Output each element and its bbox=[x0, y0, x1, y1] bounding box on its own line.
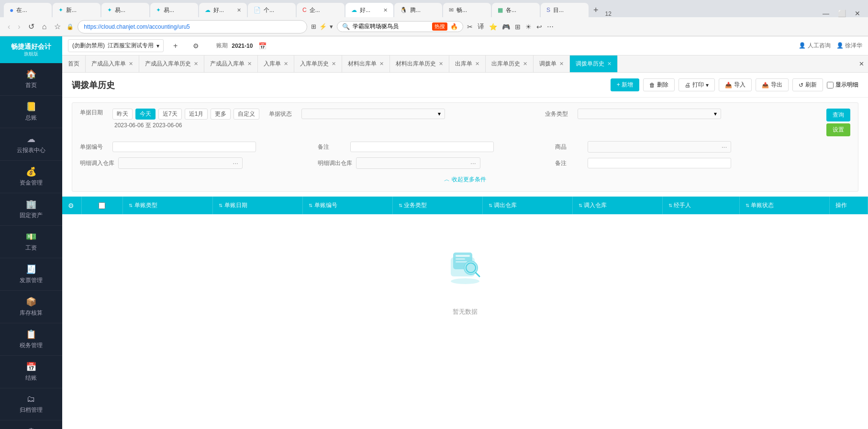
brightness-icon[interactable]: ☀ bbox=[525, 23, 532, 31]
th-in-warehouse[interactable]: ⇅ 调入仓库 bbox=[572, 197, 662, 214]
help-link[interactable]: 👤 人工咨询 bbox=[799, 42, 830, 50]
page-tab-out-order[interactable]: 出库单 ✕ bbox=[449, 55, 486, 73]
page-tab-close[interactable]: ✕ bbox=[194, 61, 198, 67]
goods-more-dots[interactable]: ··· bbox=[722, 143, 727, 151]
sidebar-item-fixed[interactable]: 🏢 固定资产 bbox=[0, 193, 62, 226]
tab-close-5[interactable]: ✕ bbox=[237, 7, 241, 13]
page-tab-close[interactable]: ✕ bbox=[475, 61, 479, 67]
browser-tab-1[interactable]: ● 在... bbox=[4, 3, 52, 17]
date-btn-last7[interactable]: 近7天 bbox=[158, 109, 182, 120]
page-tab-close[interactable]: ✕ bbox=[284, 61, 288, 67]
new-tab-button[interactable]: + bbox=[590, 3, 602, 17]
star-icon[interactable]: ⭐ bbox=[489, 23, 497, 31]
th-checkbox[interactable] bbox=[81, 197, 123, 214]
collapse-button[interactable]: ︿ 收起更多条件 bbox=[80, 174, 850, 186]
business-type-select[interactable]: ▾ bbox=[578, 109, 721, 119]
new-button[interactable]: + 新增 bbox=[611, 78, 639, 91]
date-btn-today[interactable]: 今天 bbox=[135, 109, 156, 120]
page-tab-material-out-history[interactable]: 材料出库单历史 ✕ bbox=[390, 55, 449, 73]
print-button[interactable]: 🖨 打印 ▾ bbox=[679, 78, 715, 91]
page-tab-out-history[interactable]: 出库单历史 ✕ bbox=[486, 55, 534, 73]
date-btn-custom[interactable]: 自定义 bbox=[234, 109, 259, 120]
show-cols-toggle[interactable]: 显示明细 bbox=[827, 81, 858, 89]
sidebar-item-settings[interactable]: ⚙ 基础设置 bbox=[0, 420, 62, 429]
page-tab-close[interactable]: ✕ bbox=[332, 61, 336, 67]
sidebar-item-archive[interactable]: 🗂 归档管理 bbox=[0, 388, 62, 420]
detail-in-dots[interactable]: ··· bbox=[233, 159, 238, 167]
browser-tab-8[interactable]: ☁ 好... ✕ bbox=[345, 3, 393, 17]
page-tab-stock-in[interactable]: 入库单 ✕ bbox=[258, 55, 294, 73]
browser-tab-9[interactable]: 🐧 腾... bbox=[394, 3, 442, 17]
sidebar-item-inventory[interactable]: 📦 库存核算 bbox=[0, 291, 62, 323]
undo-icon[interactable]: ↩ bbox=[536, 23, 542, 31]
filter-settings-button[interactable]: 设置 bbox=[826, 123, 850, 136]
page-tab-transfer[interactable]: 调拨单 ✕ bbox=[534, 55, 570, 73]
minimize-button[interactable]: ― bbox=[819, 10, 833, 17]
th-order-date[interactable]: ⇅ 单账日期 bbox=[213, 197, 303, 214]
th-out-warehouse[interactable]: ⇅ 调出仓库 bbox=[483, 197, 573, 214]
page-tab-close[interactable]: ✕ bbox=[523, 61, 527, 67]
th-handler[interactable]: ⇅ 经手人 bbox=[662, 197, 739, 214]
show-cols-checkbox[interactable] bbox=[827, 82, 834, 88]
detail-remark-input[interactable] bbox=[588, 158, 731, 168]
calendar-icon[interactable]: 📅 bbox=[258, 42, 267, 50]
browser-tab-4[interactable]: ✦ 易... bbox=[150, 3, 198, 17]
page-tab-close[interactable]: ✕ bbox=[247, 61, 252, 67]
close-all-tabs-icon[interactable]: ✕ bbox=[855, 60, 868, 67]
page-tab-product-in[interactable]: 产成品入库单 ✕ bbox=[86, 55, 139, 73]
maximize-button[interactable]: ⬜ bbox=[834, 10, 850, 17]
th-business-type[interactable]: ⇅ 业务类型 bbox=[393, 197, 483, 214]
page-tab-stock-in-history[interactable]: 入库单历史 ✕ bbox=[294, 55, 342, 73]
page-tab-product-in2[interactable]: 产成品入库单 ✕ bbox=[204, 55, 258, 73]
goods-select[interactable]: ··· bbox=[588, 141, 731, 153]
close-window-button[interactable]: ✕ bbox=[851, 10, 864, 17]
query-button[interactable]: 查询 bbox=[826, 109, 850, 121]
select-all-checkbox[interactable] bbox=[99, 202, 105, 209]
grid-icon[interactable]: ⊞ bbox=[515, 23, 521, 31]
detail-out-dots[interactable]: ··· bbox=[470, 159, 476, 167]
sidebar-item-tax[interactable]: 📋 税务管理 bbox=[0, 323, 62, 356]
export-button[interactable]: 📤 导出 bbox=[756, 78, 789, 91]
page-tab-close[interactable]: ✕ bbox=[379, 61, 384, 67]
tab-close-8[interactable]: ✕ bbox=[383, 7, 388, 13]
page-tab-close[interactable]: ✕ bbox=[559, 61, 564, 67]
browser-tab-5[interactable]: ☁ 好... ✕ bbox=[199, 3, 247, 17]
remark-input[interactable] bbox=[350, 142, 494, 152]
browser-tab-7[interactable]: C 企... bbox=[297, 3, 345, 17]
page-tab-material-out[interactable]: 材料出库单 ✕ bbox=[342, 55, 390, 73]
sidebar-item-ledger[interactable]: 📒 总账 bbox=[0, 96, 62, 128]
detail-out-select[interactable]: ··· bbox=[356, 157, 480, 169]
sidebar-item-invoice[interactable]: 🧾 发票管理 bbox=[0, 258, 62, 291]
page-tab-close[interactable]: ✕ bbox=[607, 61, 612, 67]
company-settings-button[interactable]: ⚙ bbox=[187, 40, 205, 52]
th-order-no[interactable]: ⇅ 单账编号 bbox=[303, 197, 393, 214]
browser-tab-10[interactable]: ✉ 畅... bbox=[443, 3, 491, 17]
status-select[interactable]: ▾ bbox=[301, 109, 445, 119]
search-input[interactable] bbox=[353, 23, 429, 30]
date-btn-more[interactable]: 更多 bbox=[211, 109, 231, 120]
browser-tab-2[interactable]: ✦ 新... bbox=[53, 3, 100, 17]
order-no-input[interactable] bbox=[112, 142, 256, 152]
back-button[interactable]: ‹ bbox=[6, 21, 12, 33]
game-icon[interactable]: 🎮 bbox=[502, 23, 510, 31]
refresh-button[interactable]: ↺ 刷新 bbox=[792, 78, 823, 91]
browser-tab-12[interactable]: S 目... bbox=[541, 3, 589, 17]
menu-icon[interactable]: ⋯ bbox=[547, 23, 554, 31]
forward-button[interactable]: › bbox=[16, 21, 22, 33]
page-tab-home[interactable]: 首页 bbox=[62, 55, 86, 73]
sidebar-item-closing[interactable]: 📅 结账 bbox=[0, 356, 62, 388]
refresh-button[interactable]: ↺ bbox=[26, 20, 36, 33]
page-tab-product-in-history[interactable]: 产成品入库单历史 ✕ bbox=[139, 55, 204, 73]
date-btn-yesterday[interactable]: 昨天 bbox=[112, 109, 133, 120]
page-tab-transfer-history[interactable]: 调拨单历史 ✕ bbox=[570, 55, 618, 73]
detail-in-select[interactable]: ··· bbox=[118, 157, 243, 169]
import-button[interactable]: 📥 导入 bbox=[719, 78, 752, 91]
th-status[interactable]: ⇅ 单账状态 bbox=[740, 197, 830, 214]
browser-tab-3[interactable]: ✦ 易... bbox=[101, 3, 149, 17]
sidebar-item-salary[interactable]: 💵 工资 bbox=[0, 226, 62, 258]
browser-tab-6[interactable]: 📄 个... bbox=[248, 3, 296, 17]
company-selector[interactable]: (勿删勿禁用) 江西服宝测试专用 ▾ bbox=[68, 39, 164, 52]
browser-tab-11[interactable]: ▦ 各... bbox=[492, 3, 540, 17]
search-box[interactable]: 🔍 热搜 🔥 bbox=[337, 21, 463, 32]
sidebar-item-capital[interactable]: 💰 资金管理 bbox=[0, 161, 62, 193]
